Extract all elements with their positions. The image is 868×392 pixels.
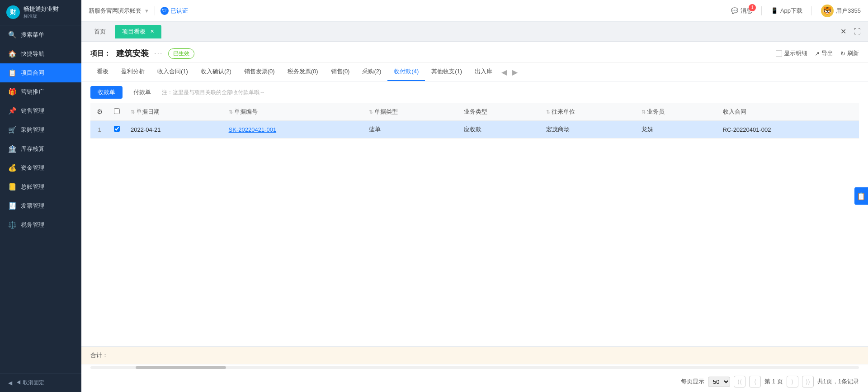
sub-tab-income-contract[interactable]: 收入合同(1) <box>151 63 194 81</box>
sidebar-item-label: 搜索菜单 <box>21 31 44 39</box>
sidebar-item-label: 销售管理 <box>21 107 44 115</box>
sub-tabs-prev-arrow[interactable]: ◀ <box>499 68 509 76</box>
project-selector-name: 新服务官网演示账套 <box>89 7 142 15</box>
per-page-select[interactable]: 50 <box>708 377 730 387</box>
sidebar-item-ledger[interactable]: 📒 总账管理 <box>0 177 81 196</box>
message-button[interactable]: 💬 消息 1 <box>731 7 752 15</box>
topbar-actions: 💬 消息 1 📱 App下载 🐯 用户3355 <box>731 5 861 17</box>
sub-tab-sales-invoice[interactable]: 销售发票(0) <box>238 63 281 81</box>
doc-number-link[interactable]: SK-20220421-001 <box>229 126 277 133</box>
col-biz-type: 业务类型 <box>458 103 541 121</box>
tab-home[interactable]: 首页 <box>87 25 113 38</box>
ledger-icon: 📒 <box>8 183 16 191</box>
pagination-first-button[interactable]: ⟨⟨ <box>734 376 745 387</box>
col-salesperson[interactable]: 业务员 <box>636 103 717 121</box>
col-checkbox <box>108 103 125 121</box>
cell-type: 蓝单 <box>363 121 459 139</box>
sub-tab-receivable[interactable]: 收付款(4) <box>387 63 425 81</box>
project-more-icon[interactable]: ··· <box>154 49 163 57</box>
sidebar-item-search[interactable]: 🔍 搜索菜单 <box>0 25 81 44</box>
sub-tabs-next-arrow[interactable]: ▶ <box>509 68 520 76</box>
project-header: 项目： 建筑安装 ··· 已生效 显示明细 ↗ 导出 ↻ 刷新 <box>81 42 868 63</box>
page-display: 第 1 页 <box>764 378 783 386</box>
sub-tab-profit[interactable]: 盈利分析 <box>115 63 151 81</box>
pagination-next-button[interactable]: ⟩ <box>787 376 798 387</box>
topbar-divider-3 <box>811 6 812 15</box>
settings-icon[interactable]: ⚙ <box>97 108 103 115</box>
sidebar-item-label: 采购管理 <box>21 126 44 134</box>
cell-partner: 宏茂商场 <box>541 121 636 139</box>
sub-tabs: 看板 盈利分析 收入合同(1) 收入确认(2) 销售发票(0) 税务发票(0) … <box>81 63 868 81</box>
sidebar-item-inventory[interactable]: 🏦 库存核算 <box>0 139 81 158</box>
sub-tab-sales[interactable]: 销售(0) <box>325 63 356 81</box>
col-settings[interactable]: ⚙ <box>90 103 108 121</box>
project-header-actions: 显示明细 ↗ 导出 ↻ 刷新 <box>776 49 859 57</box>
verified-badge: 🛡 已认证 <box>160 7 188 15</box>
tab-home-label: 首页 <box>94 28 106 36</box>
app-logo: 财 <box>6 5 20 19</box>
receipts-table: ⚙ 单据日期 单据编号 单据类型 <box>90 103 859 139</box>
pagination-last-button[interactable]: ⟩⟩ <box>802 376 814 387</box>
select-all-checkbox[interactable] <box>114 108 120 114</box>
sidebar-item-project-contract[interactable]: 📋 项目合同 <box>0 63 81 82</box>
scroll-track <box>90 366 859 369</box>
sub-tab-income-confirm[interactable]: 收入确认(2) <box>194 63 238 81</box>
project-name: 建筑安装 <box>116 48 149 59</box>
sidebar-item-invoice[interactable]: 🧾 发票管理 <box>0 196 81 215</box>
col-income-contract: 收入合同 <box>717 103 859 121</box>
table-footer-total: 合计： <box>81 346 868 364</box>
sidebar-item-purchase-mgmt[interactable]: 🛒 采购管理 <box>0 120 81 139</box>
show-detail-toggle[interactable]: 显示明细 <box>776 49 807 57</box>
section-tab-note: 注：这里是与项目关联的全部收付款单哦～ <box>162 89 265 96</box>
project-selector[interactable]: 新服务官网演示账套 ▼ <box>89 7 149 15</box>
payment-tab-button[interactable]: 付款单 <box>126 86 158 99</box>
app-download-button[interactable]: 📱 App下载 <box>771 7 802 15</box>
sub-tab-purchase[interactable]: 采购(2) <box>356 63 387 81</box>
main-area: 新服务官网演示账套 ▼ 🛡 已认证 💬 消息 1 📱 App下载 🐯 用户335… <box>81 0 868 392</box>
sidebar-item-quick-nav[interactable]: 🏠 快捷导航 <box>0 44 81 63</box>
project-status-badge: 已生效 <box>168 48 194 59</box>
sub-tab-kanban[interactable]: 看板 <box>90 63 115 81</box>
refresh-button[interactable]: ↻ 刷新 <box>840 49 859 57</box>
sidebar-item-sales-mgmt[interactable]: 📌 销售管理 <box>0 101 81 120</box>
inventory-icon: 🏦 <box>8 145 16 153</box>
funds-icon: 💰 <box>8 164 16 172</box>
sidebar-item-label: 总账管理 <box>21 183 44 191</box>
export-button[interactable]: ↗ 导出 <box>815 49 833 57</box>
pagination: 每页显示 50 ⟨⟨ ⟨ 第 1 页 ⟩ ⟩⟩ 共1页，1条记录 <box>81 371 868 392</box>
right-panel-button[interactable]: 📋 <box>854 187 868 205</box>
user-avatar: 🐯 <box>821 5 834 17</box>
footer-total-label: 合计： <box>90 352 108 359</box>
sidebar-unpin-button[interactable]: ◀ ◀ 取消固定 <box>0 373 81 392</box>
verified-icon: 🛡 <box>160 7 169 15</box>
sidebar-item-label: 快捷导航 <box>21 50 44 58</box>
show-detail-checkbox[interactable] <box>776 50 782 57</box>
col-date[interactable]: 单据日期 <box>125 103 223 121</box>
home-icon: 🏠 <box>8 50 16 58</box>
sidebar-item-funds[interactable]: 💰 资金管理 <box>0 158 81 177</box>
receipt-tab-button[interactable]: 收款单 <box>90 86 123 99</box>
project-prefix: 项目： <box>90 49 111 58</box>
col-number[interactable]: 单据编号 <box>223 103 363 121</box>
sub-tab-tax-invoice[interactable]: 税务发票(0) <box>281 63 325 81</box>
pagination-prev-button[interactable]: ⟨ <box>749 376 761 387</box>
col-type[interactable]: 单据类型 <box>363 103 459 121</box>
sidebar-item-tax[interactable]: ⚖️ 税务管理 <box>0 215 81 234</box>
tab-fullscreen-button[interactable]: ⛶ <box>852 26 863 38</box>
show-detail-label: 显示明细 <box>784 49 807 57</box>
sidebar-item-label: 发票管理 <box>21 202 44 210</box>
tab-project-board[interactable]: 项目看板 ✕ <box>115 25 161 38</box>
col-partner[interactable]: 往来单位 <box>541 103 636 121</box>
user-profile-button[interactable]: 🐯 用户3355 <box>821 5 861 17</box>
invoice-icon: 🧾 <box>8 202 16 210</box>
sub-tab-other-expense[interactable]: 其他收支(1) <box>425 63 468 81</box>
tab-close-window-button[interactable]: ✕ <box>839 25 848 38</box>
topbar-divider-2 <box>761 6 762 15</box>
purchase-icon: 🛒 <box>8 126 16 134</box>
scroll-thumb[interactable] <box>136 366 226 369</box>
sub-tab-stock[interactable]: 出入库 <box>468 63 499 81</box>
tab-close-icon[interactable]: ✕ <box>150 29 154 34</box>
row-checkbox[interactable] <box>114 126 120 132</box>
sidebar-item-marketing[interactable]: 🎁 营销推广 <box>0 82 81 101</box>
tabbar-right: ✕ ⛶ <box>839 25 863 38</box>
